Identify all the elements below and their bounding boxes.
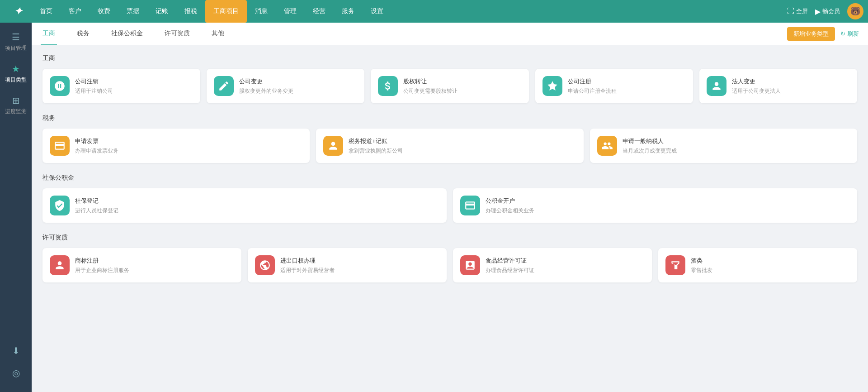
card-food-license[interactable]: 食品经营许可证 办理食品经营许可证 xyxy=(453,248,652,282)
nav-tax[interactable]: 报税 xyxy=(176,0,205,23)
fullscreen-label: 全屏 xyxy=(796,7,808,15)
card-tax-report[interactable]: 税务报道+记账 拿到营业执照的新公司 xyxy=(316,129,583,163)
member-label: 畅会员 xyxy=(822,7,840,15)
nav-manage[interactable]: 管理 xyxy=(276,0,305,23)
card-food-license-text: 食品经营许可证 办理食品经营许可证 xyxy=(486,257,534,274)
card-equity-transfer[interactable]: 股权转让 公司变更需要股权转让 xyxy=(371,69,528,103)
gongshang-card-grid: 公司注销 适用于注销公司 公司变更 股权变更外的业务变更 xyxy=(42,69,857,103)
sidebar-item-progress-monitor[interactable]: ⊞ 进度监测 xyxy=(0,91,32,120)
equity-transfer-icon xyxy=(378,76,398,96)
apply-invoice-icon xyxy=(50,136,70,156)
card-trademark[interactable]: 商标注册 用于企业商标注册服务 xyxy=(42,248,241,282)
card-equity-transfer-desc: 公司变更需要股权转让 xyxy=(403,87,458,95)
tab-other[interactable]: 其他 xyxy=(210,23,226,45)
card-apply-invoice-title: 申请发票 xyxy=(75,137,118,145)
card-company-cancel-text: 公司注销 适用于注销公司 xyxy=(75,77,113,95)
card-legal-change[interactable]: 法人变更 适用于公司变更法人 xyxy=(699,69,857,103)
card-trademark-text: 商标注册 用于企业商标注册服务 xyxy=(75,257,129,274)
card-company-register-text: 公司注册 申请公司注册全流程 xyxy=(568,77,617,95)
card-import-export[interactable]: 进出口权办理 适用于对外贸易经营者 xyxy=(248,248,447,282)
card-social-insurance-text: 社保登记 进行人员社保登记 xyxy=(75,197,118,215)
add-type-button[interactable]: 新增业务类型 xyxy=(787,27,835,41)
nav-message[interactable]: 消息 xyxy=(247,0,276,23)
nav-right: ⛶ 全屏 ▶ 畅会员 🐻 xyxy=(787,3,868,19)
liquor-icon xyxy=(665,255,685,275)
top-navigation: ✦ 首页 客户 收费 票据 记账 报税 工商项目 消息 管理 经营 服务 设置 … xyxy=(0,0,868,23)
card-liquor[interactable]: 酒类 零售批发 xyxy=(658,248,857,282)
member-icon: ▶ xyxy=(815,7,821,16)
shebao-card-grid: 社保登记 进行人员社保登记 公积金开户 办理公积金相关业务 xyxy=(42,188,857,223)
card-tax-report-title: 税务报道+记账 xyxy=(349,137,403,145)
card-provident-fund[interactable]: 公积金开户 办理公积金相关业务 xyxy=(453,188,857,223)
card-company-cancel[interactable]: 公司注销 适用于注销公司 xyxy=(42,69,200,103)
refresh-icon: ↻ xyxy=(840,30,845,37)
tab-right-actions: 新增业务类型 ↻ 刷新 xyxy=(787,27,859,41)
refresh-button[interactable]: ↻ 刷新 xyxy=(840,30,859,38)
card-liquor-desc: 零售批发 xyxy=(691,267,712,274)
card-social-insurance[interactable]: 社保登记 进行人员社保登记 xyxy=(42,188,447,223)
card-company-register[interactable]: 公司注册 申请公司注册全流程 xyxy=(535,69,693,103)
nav-operation[interactable]: 经营 xyxy=(305,0,334,23)
xuke-card-grid: 商标注册 用于企业商标注册服务 进出口权办理 适用于对外贸易经营者 xyxy=(42,248,857,282)
card-company-change[interactable]: 公司变更 股权变更外的业务变更 xyxy=(207,69,364,103)
sidebar: ☰ 项目管理 ★ 项目类型 ⊞ 进度监测 ⬇ ◎ xyxy=(0,23,32,392)
card-trademark-title: 商标注册 xyxy=(75,257,129,265)
card-company-change-title: 公司变更 xyxy=(239,77,293,86)
card-general-taxpayer[interactable]: 申请一般纳税人 当月或次月成变更完成 xyxy=(590,129,857,163)
content-area: 工商 公司注销 适用于注销公司 公司变更 xyxy=(32,45,868,392)
company-change-icon xyxy=(214,76,234,96)
tax-report-icon xyxy=(323,136,343,156)
card-import-export-title: 进出口权办理 xyxy=(280,257,335,265)
card-general-taxpayer-text: 申请一般纳税人 当月或次月成变更完成 xyxy=(623,137,677,155)
nav-business[interactable]: 工商项目 xyxy=(205,0,247,23)
general-taxpayer-icon xyxy=(597,136,617,156)
provident-fund-icon xyxy=(460,196,480,215)
nav-client[interactable]: 客户 xyxy=(61,0,90,23)
location-icon: ◎ xyxy=(12,368,20,378)
sidebar-label-project-type: 项目类型 xyxy=(5,76,27,84)
company-register-icon xyxy=(542,76,562,96)
card-general-taxpayer-title: 申请一般纳税人 xyxy=(623,137,677,145)
sidebar-location[interactable]: ◎ xyxy=(0,363,32,383)
nav-home[interactable]: 首页 xyxy=(32,0,61,23)
nav-bookkeeping[interactable]: 记账 xyxy=(147,0,176,23)
sidebar-item-project-management[interactable]: ☰ 项目管理 xyxy=(0,27,32,57)
card-import-export-text: 进出口权办理 适用于对外贸易经营者 xyxy=(280,257,335,274)
sidebar-download[interactable]: ⬇ xyxy=(0,341,32,361)
avatar[interactable]: 🐻 xyxy=(847,3,863,19)
card-company-cancel-desc: 适用于注销公司 xyxy=(75,87,113,95)
fullscreen-icon: ⛶ xyxy=(787,7,794,15)
tab-shuiwu[interactable]: 税务 xyxy=(75,23,91,45)
nav-fee[interactable]: 收费 xyxy=(90,0,118,23)
nav-service[interactable]: 服务 xyxy=(334,0,363,23)
tab-xuke[interactable]: 许可资质 xyxy=(163,23,192,45)
tab-gongshang[interactable]: 工商 xyxy=(41,23,57,45)
section-title-shebao: 社保公积金 xyxy=(42,174,857,182)
nav-settings[interactable]: 设置 xyxy=(363,0,392,23)
tab-bar: 工商 税务 社保公积金 许可资质 其他 新增业务类型 ↻ 刷新 xyxy=(32,23,868,45)
card-legal-change-desc: 适用于公司变更法人 xyxy=(732,87,781,95)
company-cancel-icon xyxy=(50,76,70,96)
fullscreen-button[interactable]: ⛶ 全屏 xyxy=(787,7,808,15)
card-equity-transfer-title: 股权转让 xyxy=(403,77,458,86)
download-icon: ⬇ xyxy=(12,345,20,356)
card-equity-transfer-text: 股权转让 公司变更需要股权转让 xyxy=(403,77,458,95)
food-license-icon xyxy=(460,255,480,275)
list-icon: ☰ xyxy=(12,32,20,43)
card-company-change-text: 公司变更 股权变更外的业务变更 xyxy=(239,77,293,95)
import-export-icon xyxy=(255,255,275,275)
member-button[interactable]: ▶ 畅会员 xyxy=(815,7,840,16)
section-title-gongshang: 工商 xyxy=(42,54,857,62)
card-import-export-desc: 适用于对外贸易经营者 xyxy=(280,267,335,274)
nav-ticket[interactable]: 票据 xyxy=(118,0,147,23)
card-company-change-desc: 股权变更外的业务变更 xyxy=(239,87,293,95)
sidebar-item-project-type[interactable]: ★ 项目类型 xyxy=(0,59,32,88)
social-insurance-icon xyxy=(50,196,70,215)
card-apply-invoice-text: 申请发票 办理申请发票业务 xyxy=(75,137,118,155)
legal-change-icon xyxy=(707,76,726,96)
star-icon: ★ xyxy=(12,63,20,74)
card-apply-invoice[interactable]: 申请发票 办理申请发票业务 xyxy=(42,129,310,163)
shuiwu-card-grid: 申请发票 办理申请发票业务 税务报道+记账 拿到营业执照的新公司 xyxy=(42,129,857,163)
app-logo: ✦ xyxy=(5,0,32,23)
tab-shebao[interactable]: 社保公积金 xyxy=(109,23,145,45)
